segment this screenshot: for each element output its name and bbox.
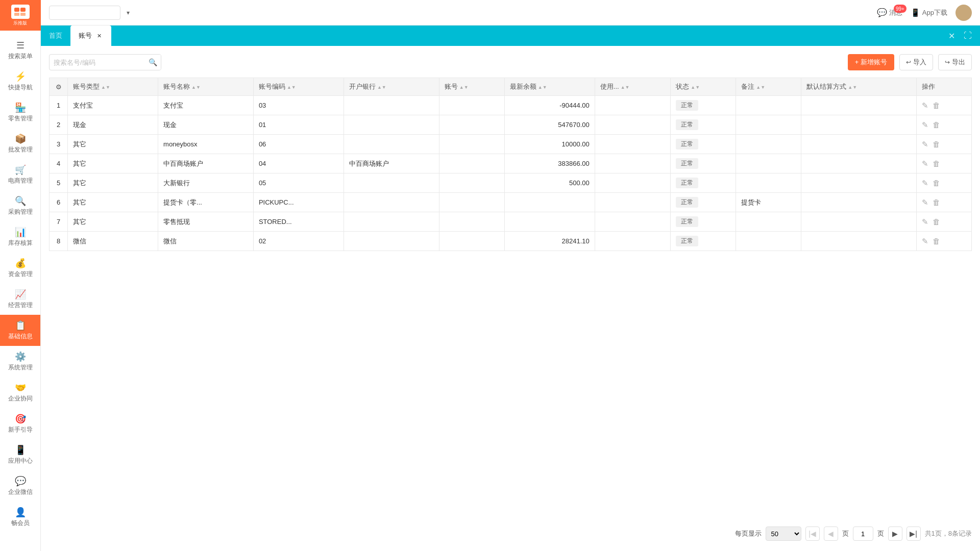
tab-close-all-icon[interactable]: ✕ (945, 30, 958, 42)
next-page-button[interactable]: ▶ (888, 527, 902, 541)
last-page-button[interactable]: ▶| (906, 527, 921, 541)
page-input[interactable] (853, 527, 873, 541)
sidebar-item-member[interactable]: 👤 畅会员 (0, 502, 40, 533)
cell-remark-0 (736, 96, 801, 115)
sort-icon-remark[interactable]: ▲▼ (756, 85, 765, 90)
sidebar-item-fund-manage[interactable]: 💰 资金管理 (0, 253, 40, 284)
first-page-button[interactable]: |◀ (805, 527, 820, 541)
edit-button-7[interactable]: ✎ (922, 237, 928, 246)
sort-icon-account[interactable]: ▲▼ (459, 85, 469, 90)
edit-button-6[interactable]: ✎ (922, 217, 928, 227)
export-button[interactable]: ↪ 导出 (938, 54, 972, 70)
header-dropdown-btn[interactable]: ▾ (127, 9, 130, 16)
tab-account-close[interactable]: ✕ (95, 32, 103, 40)
delete-button-7[interactable]: 🗑 (933, 237, 940, 245)
sort-icon-bank[interactable]: ▲▼ (377, 85, 386, 90)
edit-button-2[interactable]: ✎ (922, 140, 928, 149)
cell-status-5: 正常 (671, 193, 736, 212)
sidebar-item-quick-nav[interactable]: ⚡ 快捷导航 (0, 66, 40, 97)
user-avatar[interactable] (955, 5, 972, 21)
sort-icon-default-payment[interactable]: ▲▼ (848, 85, 857, 90)
sidebar-item-search-menu[interactable]: ☰ 搜索菜单 (0, 35, 40, 66)
sidebar-item-enterprise-wechat[interactable]: 💬 企业微信 (0, 470, 40, 502)
delete-button-3[interactable]: 🗑 (933, 159, 940, 168)
page-size-select[interactable]: 50 20 100 (766, 527, 801, 541)
cell-type-6: 其它 (68, 212, 158, 232)
cell-code-1: 01 (253, 115, 344, 135)
tab-bar: 首页 账号 ✕ ✕ ⛶ (41, 26, 980, 46)
app-center-icon: 📱 (15, 444, 26, 456)
inventory-icon: 📊 (15, 227, 26, 238)
table-row: 2 现金 现金 01 547670.00 正常 ✎ 🗑 (50, 115, 972, 135)
tab-home[interactable]: 首页 (41, 26, 70, 46)
sort-icon-status[interactable]: ▲▼ (691, 85, 700, 90)
table-row: 8 微信 微信 02 28241.10 正常 ✎ 🗑 (50, 232, 972, 251)
sidebar-item-retail-manage[interactable]: 🏪 零售管理 (0, 97, 40, 128)
cell-balance-5 (504, 193, 595, 212)
delete-button-0[interactable]: 🗑 (933, 101, 940, 110)
sort-icon-use[interactable]: ▲▼ (621, 85, 630, 90)
sidebar-item-new-guide[interactable]: 🎯 新手引导 (0, 408, 40, 439)
delete-button-1[interactable]: 🗑 (933, 120, 940, 129)
cell-code-0: 03 (253, 96, 344, 115)
delete-button-5[interactable]: 🗑 (933, 198, 940, 207)
header-search-input[interactable] (49, 6, 120, 20)
col-type-header: 账号类型▲▼ (68, 78, 158, 96)
top-header-left: ▾ (49, 6, 130, 20)
import-button[interactable]: ↩ 导入 (899, 54, 933, 70)
delete-button-6[interactable]: 🗑 (933, 217, 940, 226)
tab-account[interactable]: 账号 ✕ (70, 26, 111, 46)
search-button[interactable]: 🔍 (144, 54, 161, 70)
sidebar-item-ops-manage[interactable]: 📈 经营管理 (0, 284, 40, 315)
edit-button-3[interactable]: ✎ (922, 159, 928, 168)
app-download-button[interactable]: 📱 App下载 (911, 8, 947, 17)
edit-button-4[interactable]: ✎ (922, 179, 928, 188)
message-button[interactable]: 💬 消息 99+ (877, 8, 902, 17)
sort-icon-type[interactable]: ▲▼ (101, 85, 110, 90)
cell-name-7: 微信 (158, 232, 254, 251)
column-settings-icon[interactable]: ⚙ (55, 83, 62, 91)
cell-default-payment-7 (801, 232, 917, 251)
cell-action-4: ✎ 🗑 (917, 173, 972, 193)
page-content: 🔍 + 新增账号 ↩ 导入 ↪ 导出 (41, 46, 980, 551)
sidebar-item-app-center[interactable]: 📱 应用中心 (0, 439, 40, 470)
delete-button-2[interactable]: 🗑 (933, 140, 940, 148)
col-account-header: 账号▲▼ (439, 78, 504, 96)
cell-use-1 (595, 115, 670, 135)
phone-icon: 📱 (911, 8, 920, 17)
svg-rect-0 (14, 8, 19, 12)
retail-manage-icon: 🏪 (15, 102, 26, 113)
cell-type-3: 其它 (68, 154, 158, 173)
cell-name-1: 现金 (158, 115, 254, 135)
sidebar-item-ecom-manage[interactable]: 🛒 电商管理 (0, 159, 40, 190)
cell-type-1: 现金 (68, 115, 158, 135)
table-header: ⚙ 账号类型▲▼ 账号名称▲▼ 账号编码▲▼ 开户银行▲▼ (50, 78, 972, 96)
cell-action-2: ✎ 🗑 (917, 135, 972, 154)
sidebar-item-inventory[interactable]: 📊 库存核算 (0, 221, 40, 253)
cell-name-4: 大新银行 (158, 173, 254, 193)
sidebar-item-purchase-manage[interactable]: 🔍 采购管理 (0, 190, 40, 221)
sidebar-item-sys-manage[interactable]: ⚙️ 系统管理 (0, 346, 40, 377)
add-account-button[interactable]: + 新增账号 (848, 54, 894, 70)
sidebar-item-enterprise-agreement[interactable]: 🤝 企业协同 (0, 377, 40, 408)
edit-button-1[interactable]: ✎ (922, 120, 928, 130)
sort-icon-code[interactable]: ▲▼ (287, 85, 296, 90)
table-row: 3 其它 moneybosx 06 10000.00 正常 ✎ 🗑 (50, 135, 972, 154)
edit-button-0[interactable]: ✎ (922, 101, 928, 110)
edit-button-5[interactable]: ✎ (922, 198, 928, 207)
col-settings: ⚙ (50, 78, 68, 96)
sort-icon-balance[interactable]: ▲▼ (538, 85, 547, 90)
cell-type-4: 其它 (68, 173, 158, 193)
toolbar: 🔍 + 新增账号 ↩ 导入 ↪ 导出 (49, 54, 972, 70)
export-label: 导出 (952, 58, 965, 67)
tab-account-label: 账号 (79, 31, 92, 40)
tab-fullscreen-icon[interactable]: ⛶ (962, 30, 974, 42)
search-input[interactable] (50, 59, 144, 66)
page-size-label: 每页显示 (735, 529, 762, 538)
sidebar-item-wholesale-manage[interactable]: 📦 批发管理 (0, 128, 40, 159)
col-use-header: 使用...▲▼ (595, 78, 670, 96)
delete-button-4[interactable]: 🗑 (933, 179, 940, 187)
sort-icon-name[interactable]: ▲▼ (191, 85, 201, 90)
sidebar-item-basic-info[interactable]: 📋 基础信息 (0, 315, 40, 346)
prev-page-button[interactable]: ◀ (824, 527, 838, 541)
